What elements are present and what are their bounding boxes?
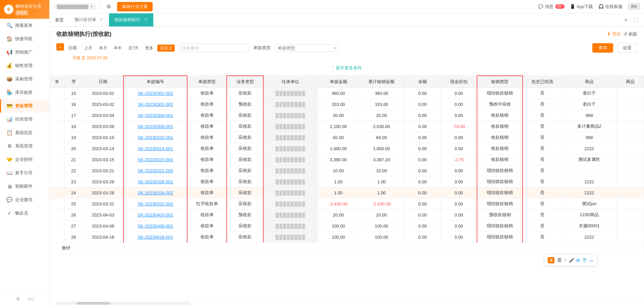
- expand-more-conditions[interactable]: ˅ 展开更多条件: [56, 64, 637, 72]
- mic-icon[interactable]: 🎤: [569, 258, 574, 263]
- tab-collection-close[interactable]: ✕: [143, 17, 148, 22]
- settings-button[interactable]: 设置: [617, 43, 637, 53]
- col-business-type-header: 业务类型: [227, 76, 263, 88]
- table-row: 232023-03-28SK-20230328-001收款单应收款███████…: [50, 176, 644, 187]
- query-button[interactable]: 查询: [592, 43, 613, 53]
- customer-dots[interactable]: …: [238, 45, 246, 51]
- table-row: 152023-03-01SK-20230301-002收款单应收款███████…: [50, 88, 644, 99]
- sidebar-enterprise-label: 企业协同: [15, 157, 33, 163]
- customer-input-wrap: …: [179, 44, 249, 52]
- system-icon: ⚙: [6, 143, 12, 149]
- tab-payable-label: 预计应付单: [74, 17, 96, 23]
- tab-home[interactable]: 首页: [50, 13, 69, 26]
- col-seq-header: 序: [64, 76, 83, 88]
- sidebar-member-label: 畅会员: [15, 210, 28, 216]
- sidebar-system-label: 系统管理: [15, 143, 33, 149]
- sidebar-logo: 6 畅销道好生意 标推版: [0, 0, 49, 19]
- sidebar-item-wechat[interactable]: 💬 企业微信: [0, 193, 49, 206]
- shirt-icon[interactable]: 👕: [582, 258, 587, 263]
- sidebar-item-guide[interactable]: 📖 新手引导: [0, 166, 49, 180]
- sidebar-sales-label: 销售管理: [15, 63, 33, 69]
- sidebar-item-marketing[interactable]: 📢 营销推广: [0, 46, 49, 59]
- sidebar-item-inventory[interactable]: 🏪 库存核算: [0, 86, 49, 99]
- app-logo-icon: 6: [4, 5, 13, 14]
- sidebar-item-member[interactable]: ✓ 畅会员: [0, 206, 49, 220]
- data-table: ⚙ 序 日期 单据编号 单据类型 业务类型 往来单位 单据金额 累计核销金额 余…: [50, 75, 644, 254]
- voucher-type-label: 单据类型: [253, 45, 271, 51]
- date-last-month-btn[interactable]: 上月: [82, 44, 95, 52]
- app-download-label: App下载: [577, 4, 593, 10]
- user-button[interactable]: Rit: [628, 3, 640, 10]
- col-voucher-no-header: 单据编号: [123, 76, 187, 88]
- date-custom-btn[interactable]: 自定义: [157, 45, 175, 52]
- messages-button[interactable]: 💬 消息 99+: [538, 4, 565, 10]
- date-this-month-btn[interactable]: 本月: [96, 44, 110, 52]
- table-row: 212023-03-15SK-20230315-002收款单应收款███████…: [50, 154, 644, 165]
- tab-expand-btn[interactable]: ⛶: [631, 16, 641, 24]
- basic-icon: 📋: [6, 130, 12, 136]
- date-this-year-btn[interactable]: 本年: [111, 44, 124, 52]
- tab-payable[interactable]: 预计应付单 ✕: [69, 13, 109, 26]
- brand-selector[interactable]: ████████████ ▾: [54, 3, 96, 10]
- date-more-btn[interactable]: 更多: [143, 44, 156, 52]
- tab-bar: 首页 预计应付单 ✕ 收款核销执行 ✕ ✕ ⛶: [50, 13, 644, 27]
- col-voucher-type-header: 单据类型: [187, 76, 227, 88]
- customer-input[interactable]: [182, 46, 238, 51]
- tab-close-all-btn[interactable]: ✕: [621, 16, 631, 24]
- filter-row-1: » 日期 上月 本月 本年 近7天 更多 自定义 … 单据类型 ▾: [56, 43, 637, 53]
- scrollbar-thumb[interactable]: [76, 302, 110, 305]
- refresh-button[interactable]: ↺ 刷新: [624, 31, 637, 37]
- sidebar-item-operations[interactable]: 📊 经营管理: [0, 113, 49, 126]
- app-download-button[interactable]: 📱 App下载: [570, 4, 593, 10]
- sidebar-collapse-btn[interactable]: ◁◁: [24, 294, 36, 303]
- export-button[interactable]: ⬆ 导出: [607, 31, 621, 37]
- sidebar-item-basic[interactable]: 📋 基础信息: [0, 126, 49, 139]
- col-verify-type-header: 核销类型: [477, 76, 523, 88]
- sidebar-item-system[interactable]: ⚙ 系统管理: [0, 139, 49, 153]
- table-row: 162023-03-02SK-20230302-002收款单预收款███████…: [50, 99, 644, 110]
- sidebar-item-enterprise[interactable]: 🤝 企业协同: [0, 153, 49, 166]
- sidebar-item-purchase[interactable]: 📦 采购管理: [0, 72, 49, 86]
- brand-selector-chevron: ▾: [91, 4, 93, 9]
- brand-text: 英: [557, 257, 562, 263]
- footer-total-label: 合计: [50, 243, 83, 254]
- filter-bar: » 日期 上月 本月 本年 近7天 更多 自定义 … 单据类型 ▾: [50, 41, 644, 75]
- sidebar-item-quicknav[interactable]: 🏠 快捷导航: [0, 32, 49, 46]
- expand-more-label: 展开更多条件: [336, 65, 362, 71]
- sidebar-inventory-label: 库存核算: [15, 89, 33, 96]
- sidebar-item-finance[interactable]: 💳 资金管理: [0, 99, 49, 113]
- tab-actions: ✕ ⛶: [619, 13, 644, 26]
- table-row: 282023-04-18SK-20230418-001收款单应收款███████…: [50, 232, 644, 243]
- gear-button[interactable]: ⚙: [104, 3, 113, 10]
- sidebar-settings-btn[interactable]: ⚙: [13, 294, 23, 303]
- apps-icon[interactable]: ⚏: [589, 258, 593, 263]
- service-icon: 🎧: [598, 4, 604, 9]
- filter-expand-button[interactable]: »: [56, 43, 64, 51]
- home-icon: 🏠: [6, 36, 12, 42]
- sidebar-item-search[interactable]: 🔍 搜索菜单: [0, 19, 49, 32]
- tab-payable-close[interactable]: ✕: [99, 17, 104, 22]
- solution-button[interactable]: 体验行业方案: [117, 2, 153, 11]
- voucher-type-select-wrap: ▾: [275, 44, 339, 52]
- scrollbar-area: [50, 300, 644, 306]
- grid-icon[interactable]: ⊞: [576, 258, 580, 263]
- voucher-type-select[interactable]: [278, 46, 334, 51]
- date-7days-btn[interactable]: 近7天: [126, 44, 142, 52]
- tab-collection-label: 收款核销执行: [114, 17, 141, 23]
- table-area: ⚙ 序 日期 单据编号 单据类型 业务类型 往来单位 单据金额 累计核销金额 余…: [50, 75, 644, 300]
- export-icon: ⬆: [607, 32, 611, 37]
- header-divider: [100, 3, 100, 10]
- horizontal-scrollbar[interactable]: [56, 302, 191, 305]
- service-button[interactable]: 🎧 在线客服: [598, 4, 623, 10]
- col-settings-header[interactable]: ⚙: [50, 76, 64, 88]
- inventory-icon: 🏪: [6, 89, 12, 96]
- tab-collection[interactable]: 收款核销执行 ✕: [109, 13, 153, 26]
- footer-empty: [83, 243, 644, 254]
- sidebar-bottom: ⚙ ◁◁: [0, 291, 49, 306]
- purchase-icon: 📦: [6, 76, 12, 82]
- sidebar-item-hardware[interactable]: 🖥 智能硬件: [0, 180, 49, 193]
- top-header: ████████████ ▾ ⚙ 体验行业方案 💬 消息 99+ 📱 App下载…: [50, 0, 644, 13]
- floating-brand: S 英 • 🎤 ⊞ 👕 ⚏: [544, 255, 597, 266]
- table-row: 202023-03-14SK-20230314-001收款单应收款███████…: [50, 143, 644, 154]
- sidebar-item-sales[interactable]: 💰 销售管理: [0, 59, 49, 72]
